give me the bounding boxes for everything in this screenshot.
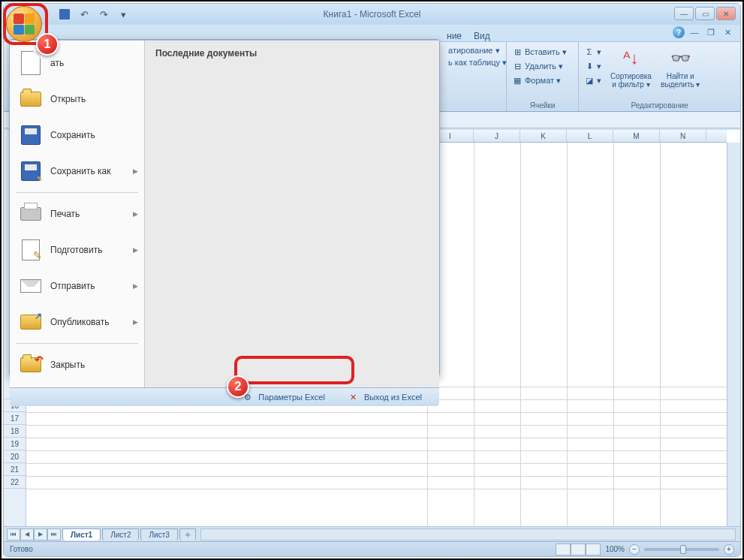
exit-excel-button[interactable]: ✕ Выход из Excel — [339, 388, 430, 406]
fill-icon: ⬇ — [583, 60, 595, 72]
tab-nav-first[interactable]: ⏮ — [7, 528, 20, 540]
conditional-formatting-button[interactable]: атирование ▾ — [448, 45, 507, 56]
publish-icon — [20, 315, 41, 330]
exit-icon: ✕ — [348, 391, 360, 403]
qat-undo-icon[interactable]: ↶ — [76, 6, 92, 23]
row-header[interactable]: 19 — [4, 438, 26, 450]
insert-cells-button[interactable]: ⊞Вставить ▾ — [511, 45, 567, 59]
minimize-button[interactable]: — — [674, 7, 694, 20]
autosum-button[interactable]: Σ▾ — [583, 45, 601, 59]
maximize-button[interactable]: ▭ — [695, 7, 715, 20]
chevron-right-icon: ▶ — [133, 210, 138, 218]
close-doc-icon — [20, 357, 41, 372]
tab-nav-last[interactable]: ⏭ — [47, 528, 61, 540]
save-as-icon: ✎ — [21, 161, 41, 181]
sheet-tabs-bar: ⏮ ◀ ▶ ⏭ Лист1 Лист2 Лист3 ✧ — [4, 526, 740, 541]
sheet-tab[interactable]: Лист3 — [140, 528, 177, 540]
menu-item-print[interactable]: Печать ▶ — [10, 196, 144, 232]
close-button[interactable]: ✕ — [716, 7, 736, 20]
cells-group-label: Ячейки — [507, 101, 578, 110]
send-icon — [20, 279, 41, 293]
clear-button[interactable]: ◪▾ — [583, 74, 601, 87]
view-layout-button[interactable] — [571, 543, 586, 555]
format-icon: ▦ — [511, 74, 523, 86]
office-menu: ать Открыть Сохранить ✎ Сохранить как ▶ … — [9, 39, 440, 377]
qat-redo-icon[interactable]: ↷ — [95, 6, 112, 23]
insert-icon: ⊞ — [511, 46, 523, 58]
view-normal-button[interactable] — [556, 543, 571, 555]
new-doc-icon — [21, 51, 41, 75]
menu-item-new[interactable]: ать — [10, 45, 144, 81]
format-cells-button[interactable]: ▦Формат ▾ — [511, 74, 567, 87]
menu-item-publish[interactable]: Опубликовать ▶ — [10, 304, 144, 340]
quick-access-toolbar: ↶ ↷ ▾ — [56, 6, 131, 23]
chevron-right-icon: ▶ — [133, 167, 138, 175]
sigma-icon: Σ — [583, 46, 595, 58]
row-header[interactable]: 20 — [4, 450, 26, 463]
chevron-right-icon: ▶ — [133, 246, 138, 254]
recent-documents-panel: Последние документы — [145, 41, 439, 387]
editing-group-label: Редактирование — [579, 101, 740, 110]
office-button[interactable] — [6, 6, 42, 42]
ribbon-tab-view[interactable]: Вид — [474, 31, 490, 41]
recent-documents-title: Последние документы — [155, 48, 429, 59]
titlebar: ↶ ↷ ▾ Книга1 - Microsoft Excel — ▭ ✕ — [4, 4, 740, 25]
qat-dropdown-icon[interactable]: ▾ — [115, 6, 131, 23]
menu-item-send[interactable]: Отправить ▶ — [10, 268, 144, 304]
statusbar: Готово 100% − + — [4, 541, 740, 556]
zoom-out-button[interactable]: − — [629, 544, 640, 555]
print-icon — [20, 207, 41, 221]
tab-nav-next[interactable]: ▶ — [34, 528, 47, 540]
prepare-icon — [22, 239, 40, 260]
chevron-right-icon: ▶ — [133, 282, 138, 290]
row-header[interactable]: 18 — [4, 425, 26, 438]
doc-minimize-button[interactable]: — — [688, 26, 701, 38]
fill-button[interactable]: ⬇▾ — [583, 59, 601, 73]
format-as-table-button[interactable]: ь как таблицу ▾ — [448, 57, 507, 68]
tab-nav-prev[interactable]: ◀ — [20, 528, 34, 540]
chevron-right-icon: ▶ — [133, 318, 138, 326]
column-header[interactable]: L — [567, 130, 613, 142]
vertical-scrollbar[interactable] — [727, 143, 740, 526]
help-icon[interactable]: ? — [673, 26, 685, 38]
doc-restore-button[interactable]: ❐ — [704, 26, 718, 38]
menu-item-open[interactable]: Открыть — [10, 81, 144, 117]
save-icon — [21, 125, 41, 145]
column-header[interactable]: K — [520, 130, 567, 142]
delete-icon: ⊟ — [511, 60, 523, 72]
sheet-tab[interactable]: Лист1 — [62, 528, 101, 540]
callout-badge-1: 1 — [36, 33, 59, 56]
excel-options-button[interactable]: ⚙ Параметры Excel — [233, 388, 333, 406]
column-header[interactable]: N — [660, 130, 706, 142]
zoom-in-button[interactable]: + — [724, 544, 734, 555]
find-select-button[interactable]: 👓 Найти и выделить ▾ — [658, 45, 703, 90]
sort-filter-icon: ᴬ↓ — [619, 47, 643, 71]
qat-save-icon[interactable] — [56, 6, 73, 23]
row-header[interactable]: 17 — [4, 412, 26, 425]
new-sheet-tab[interactable]: ✧ — [179, 528, 196, 540]
sort-filter-button[interactable]: ᴬ↓ Сортировка и фильтр ▾ — [607, 45, 655, 90]
delete-cells-button[interactable]: ⊟Удалить ▾ — [511, 59, 567, 73]
column-header[interactable]: M — [613, 130, 660, 142]
ribbon-tab-partial[interactable]: ние — [447, 31, 462, 41]
binoculars-icon: 👓 — [668, 47, 692, 71]
view-pagebreak-button[interactable] — [586, 543, 601, 555]
row-header[interactable]: 22 — [4, 476, 26, 489]
menu-item-save[interactable]: Сохранить — [10, 117, 144, 153]
window-title: Книга1 - Microsoft Excel — [324, 9, 421, 20]
zoom-level[interactable]: 100% — [605, 545, 625, 553]
horizontal-scrollbar[interactable] — [200, 528, 736, 540]
folder-open-icon — [20, 92, 41, 107]
office-menu-items: ать Открыть Сохранить ✎ Сохранить как ▶ … — [10, 41, 145, 387]
eraser-icon: ◪ — [583, 74, 595, 86]
status-ready: Готово — [10, 545, 33, 553]
column-header[interactable]: J — [474, 130, 520, 142]
row-header[interactable]: 21 — [4, 463, 26, 476]
menu-item-close[interactable]: Закрыть — [10, 347, 144, 383]
zoom-slider[interactable] — [644, 548, 719, 551]
callout-badge-2: 2 — [227, 375, 249, 398]
doc-close-button[interactable]: ✕ — [721, 26, 734, 38]
menu-item-save-as[interactable]: ✎ Сохранить как ▶ — [10, 153, 144, 189]
sheet-tab[interactable]: Лист2 — [102, 528, 139, 540]
menu-item-prepare[interactable]: Подготовить ▶ — [10, 232, 144, 268]
